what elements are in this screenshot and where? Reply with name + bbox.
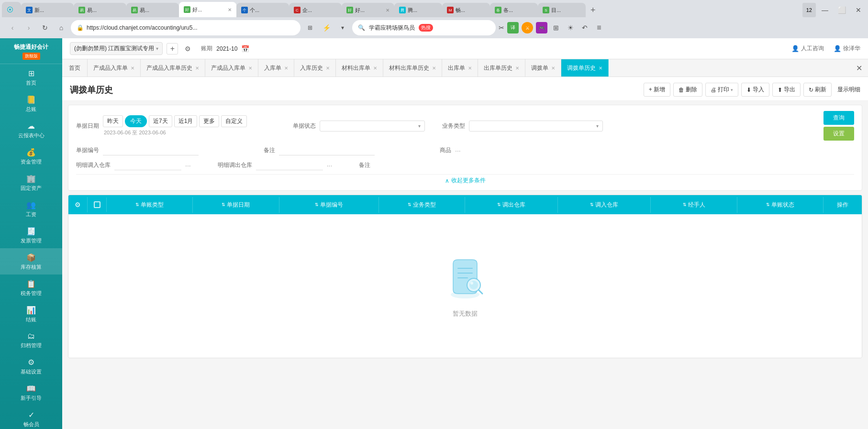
sidebar-item-cloud-report[interactable]: ☁ 云报表中心 [0, 117, 62, 143]
delete-btn[interactable]: 🗑 删除 [673, 83, 702, 97]
th-type[interactable]: ⇅ 单账类型 [107, 197, 193, 213]
tab-stock-in[interactable]: 入库单 ✕ [258, 59, 294, 77]
tab-product-in[interactable]: 产成品入库单 ✕ [88, 59, 141, 77]
grid-icon[interactable]: ⊞ [550, 22, 562, 33]
tab-out-hist[interactable]: 出库单历史 ✕ [478, 59, 525, 77]
scissors-icon[interactable]: ✂ [499, 24, 504, 32]
sidebar-item-fixed-asset[interactable]: 🏢 固定资产 [0, 169, 62, 196]
th-num[interactable]: ⇅ 单据编号 [279, 197, 379, 213]
tab-7-close[interactable]: ✕ [386, 8, 389, 13]
reload-btn[interactable]: ↻ [38, 21, 52, 34]
ext-icon-2[interactable]: 🎮 [536, 22, 547, 33]
refresh-btn[interactable]: ↻ 刷新 [803, 83, 832, 97]
date-btn-today[interactable]: 今天 [125, 115, 147, 127]
extensions-icon[interactable]: ⊞ [303, 21, 317, 34]
maximize-btn[interactable]: ⬜ [833, 3, 851, 17]
tab-product-in2-close[interactable]: ✕ [248, 66, 252, 71]
th-status[interactable]: ⇅ 单账状态 [737, 197, 823, 213]
menu-icon[interactable]: ≡ [593, 22, 605, 33]
browser-tab-7[interactable]: 好 好... ✕ [342, 3, 394, 17]
tab-4-close[interactable]: ✕ [228, 7, 232, 12]
th-in-wh[interactable]: ⇅ 调入仓库 [558, 197, 651, 213]
ext-icon-1[interactable]: ⚔ [522, 22, 533, 33]
remark-input[interactable] [279, 145, 375, 155]
browser-tab-6[interactable]: C 企... [289, 3, 342, 17]
date-btn-7days[interactable]: 近7天 [149, 115, 172, 127]
tab-mat-out[interactable]: 材料出库单 ✕ [336, 59, 383, 77]
doc-num-input[interactable] [103, 145, 199, 155]
th-handler[interactable]: ⇅ 经手人 [651, 197, 737, 213]
tab-transfer[interactable]: 调拨单 ✕ [525, 59, 561, 77]
home-btn[interactable]: ⌂ [55, 21, 68, 34]
tab-transfer-hist[interactable]: 调拨单历史 ✕ [561, 59, 609, 77]
import-btn[interactable]: ⬇ 导入 [741, 83, 769, 97]
tab-stock-in-hist[interactable]: 入库历史 ✕ [294, 59, 336, 77]
settings-gear-icon[interactable]: ⚙ [182, 43, 193, 55]
export-btn[interactable]: ⬆ 导出 [772, 83, 801, 97]
address-input[interactable]: 🔒 https://cloud.chanjet.com/accounting/u… [71, 20, 300, 35]
sidebar-item-invoice[interactable]: 🧾 发票管理 [0, 222, 62, 248]
company-selector[interactable]: (勿删勿禁用) 江西服宝测试专用 ▾ [70, 42, 163, 55]
add-company-btn[interactable]: + [167, 43, 178, 55]
browser-tab-11[interactable]: S 目... [538, 3, 586, 17]
browser-tab-1[interactable]: 文 新... [21, 3, 74, 17]
filter-settings-btn[interactable]: 设置 [823, 127, 854, 141]
th-biz[interactable]: ⇅ 业务类型 [379, 197, 465, 213]
date-btn-custom[interactable]: 自定义 [221, 115, 247, 127]
close-all-btn[interactable]: ✕ [850, 64, 868, 73]
th-check[interactable] [88, 198, 107, 212]
sidebar-item-settlement[interactable]: 📊 结账 [0, 301, 62, 327]
search-input[interactable]: 🔍 学霸应聘场驱鸟员 热搜 [352, 20, 496, 35]
new-tab-btn[interactable]: + [586, 3, 601, 17]
date-btn-more[interactable]: 更多 [199, 115, 219, 127]
sidebar-item-home[interactable]: ⊞ 首页 [0, 64, 62, 90]
undo-icon[interactable]: ↶ [579, 22, 590, 33]
close-window-btn[interactable]: ✕ [851, 3, 866, 17]
minimize-btn[interactable]: — [817, 3, 833, 17]
browser-tab-10[interactable]: 各 各... [490, 3, 538, 17]
date-btn-yesterday[interactable]: 昨天 [103, 115, 123, 127]
header-checkbox[interactable] [94, 201, 100, 208]
tab-product-in-close[interactable]: ✕ [131, 66, 134, 71]
forward-btn[interactable]: › [22, 21, 35, 34]
tab-transfer-close[interactable]: ✕ [551, 66, 555, 71]
tab-out-hist-close[interactable]: ✕ [515, 66, 519, 71]
tab-out-close[interactable]: ✕ [468, 66, 472, 71]
tab-home[interactable]: 首页 [62, 59, 88, 77]
user-btn[interactable]: 👤 徐泽华 [834, 44, 860, 53]
support-btn[interactable]: 👤 人工咨询 [791, 44, 824, 53]
th-date[interactable]: ⇅ 单据日期 [193, 197, 279, 213]
print-btn[interactable]: 🖨 打印 ▾ [705, 83, 738, 97]
sidebar-item-inventory[interactable]: 📦 库存核算 [0, 248, 62, 275]
status-select[interactable]: ▾ [320, 121, 425, 132]
detail-out-input[interactable] [256, 160, 323, 170]
sidebar-item-payroll[interactable]: 👥 工资 [0, 196, 62, 222]
tab-out[interactable]: 出库单 ✕ [442, 59, 478, 77]
back-btn[interactable]: ‹ [6, 21, 19, 34]
brightness-icon[interactable]: ☀ [565, 22, 576, 33]
sidebar-item-ledger[interactable]: 📒 总账 [0, 90, 62, 117]
detail-out-dots[interactable]: ··· [327, 162, 333, 169]
tab-mat-out-hist-close[interactable]: ✕ [432, 66, 436, 71]
sidebar-item-settings[interactable]: ⚙ 基础设置 [0, 353, 62, 379]
browser-tab-5[interactable]: 个 个... [236, 3, 289, 17]
browser-tab-3[interactable]: 易 易... [126, 3, 179, 17]
tab-mat-out-hist[interactable]: 材料出库单历史 ✕ [383, 59, 442, 77]
biz-type-select[interactable]: ▾ [469, 121, 603, 132]
date-btn-1month[interactable]: 近1月 [174, 115, 198, 127]
dropdown-btn[interactable]: ▾ [336, 21, 349, 34]
collapse-btn[interactable]: ∧ 收起更多条件 [76, 174, 854, 185]
browser-tab-4-active[interactable]: 好 好... ✕ [179, 2, 236, 17]
translate-icon[interactable]: 译 [507, 22, 519, 33]
detail-in-dots[interactable]: ··· [185, 162, 191, 169]
add-btn[interactable]: + 新增 [644, 83, 670, 97]
sidebar-item-guide[interactable]: 📖 新手引导 [0, 379, 62, 406]
tab-stock-in-hist-close[interactable]: ✕ [326, 66, 330, 71]
browser-tab-8[interactable]: 腾 腾... [394, 3, 442, 17]
th-out-wh[interactable]: ⇅ 调出仓库 [465, 197, 558, 213]
sidebar-item-member[interactable]: ✓ 畅会员 [0, 406, 62, 429]
th-gear[interactable]: ⚙ [68, 197, 88, 212]
tab-product-in-hist[interactable]: 产成品入库单历史 ✕ [141, 59, 205, 77]
tab-product-in-hist-close[interactable]: ✕ [195, 66, 199, 71]
sidebar-item-archive[interactable]: 🗂 归档管理 [0, 327, 62, 353]
